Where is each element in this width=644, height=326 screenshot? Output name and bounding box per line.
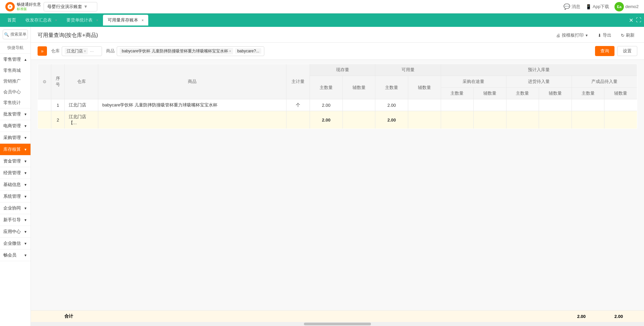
query-button[interactable]: 查询 (595, 46, 614, 56)
th-product: 商品 (98, 64, 286, 99)
th-available-aux: 辅数量 (408, 76, 441, 99)
row2-no-value: 2 (57, 118, 59, 123)
th-production-pending-label: 产成品待入量 (591, 79, 618, 84)
sidebar-group-wholesale-header[interactable]: 批发管理 ▼ (0, 108, 31, 120)
row2-current-aux (342, 111, 375, 129)
sidebar-group-finance: 资金管理 ▼ (0, 155, 31, 167)
th-no: 序号 (51, 64, 65, 99)
th-settings[interactable]: ⚙ (38, 64, 51, 99)
warehouse-filter-input[interactable]: 江北门店 × ··· (62, 46, 102, 56)
th-inbound-aux-label: 辅数量 (549, 91, 562, 96)
sidebar-group-wechat-header[interactable]: 企业微信 ▼ (0, 238, 31, 249)
sidebar-group-app-center-header[interactable]: 应用中心 ▼ (0, 226, 31, 237)
tab-receive-summary-close[interactable]: × (55, 18, 57, 22)
scroll-thumb[interactable] (304, 323, 371, 325)
sidebar-group-new-guide: 新手引导 ▼ (0, 214, 31, 226)
sidebar-item-member-center[interactable]: 会员中心 (0, 87, 31, 97)
th-available-main-label: 主数量 (385, 85, 398, 90)
footer-current-main: 2.00 (563, 313, 600, 319)
print-template-button[interactable]: 🖨 按模板打印 ▼ (553, 31, 591, 40)
export-button[interactable]: ⬇ 导出 (595, 31, 614, 40)
settings-button[interactable]: 设置 (617, 46, 637, 56)
purchase-label: 采购管理 (3, 135, 21, 141)
sidebar-group-basic-info-header[interactable]: 基础信息 ▼ (0, 179, 31, 190)
logo-area[interactable]: 畅捷通好生意 标准版 (5, 2, 41, 11)
th-unit: 主计量 (286, 64, 310, 99)
expand-icon: » (41, 48, 44, 54)
footer-label-cell: 合计 (64, 313, 98, 319)
warehouse-more-dots[interactable]: ··· (90, 49, 94, 54)
quick-nav-label: 快捷导航 (7, 45, 23, 50)
sidebar-item-quick-nav[interactable]: 快捷导航 (0, 42, 31, 54)
product-tag-1-close[interactable]: × (229, 49, 231, 53)
sidebar-group-finance-header[interactable]: 资金管理 ▼ (0, 155, 31, 167)
table-footer: 合计 2.00 2.00 (31, 310, 644, 322)
row1-product: babycare学饮杯 儿童防摔防撞吸管杯重力球吸嘴杯宝宝水杯 (98, 99, 286, 111)
sidebar-group-vip: 畅会员 ▼ (0, 249, 31, 261)
refresh-icon: ↻ (621, 33, 625, 38)
wechat-label: 企业微信 (3, 240, 21, 246)
footer-table: 合计 2.00 2.00 (38, 313, 637, 319)
sidebar-group-vip-header[interactable]: 畅会员 ▼ (0, 249, 31, 261)
nav-close-btn[interactable]: ✕ (629, 17, 633, 24)
avatar: Ea (614, 2, 624, 11)
th-inbound-main-label: 主数量 (516, 91, 529, 96)
sidebar-group-new-guide-header[interactable]: 新手引导 ▼ (0, 214, 31, 226)
app-download-button[interactable]: 📱 App下载 (586, 4, 609, 10)
search-menu-button[interactable]: 🔍 搜索菜单 (3, 30, 28, 39)
sidebar-item-marketing[interactable]: 营销推广 (0, 76, 31, 87)
tenant-selector[interactable]: 母婴行业演示账套 ▼ (44, 2, 97, 11)
sidebar-group-inventory-header[interactable]: 库存核算 ▼ (0, 144, 31, 155)
user-area[interactable]: Ea demo2 (614, 2, 639, 11)
warehouse-tag-close[interactable]: × (84, 49, 86, 53)
sidebar-group-wechat: 企业微信 ▼ (0, 238, 31, 249)
sidebar-group-ecommerce-header[interactable]: 电商管理 ▼ (0, 120, 31, 132)
page-header: 可用量查询(按仓库+商品) 🖨 按模板打印 ▼ ⬇ 导出 ↻ 刷新 (31, 27, 644, 43)
nav-end-buttons: ✕ ⛶ (629, 17, 641, 24)
tab-order-summary[interactable]: 要货单统计表 × (62, 15, 103, 26)
sidebar-group-operations-header[interactable]: 经营管理 ▼ (0, 167, 31, 179)
sidebar-group-purchase-header[interactable]: 采购管理 ▼ (0, 132, 31, 143)
filter-expand-button[interactable]: » (38, 46, 47, 56)
search-menu-label: 搜索菜单 (10, 32, 26, 37)
export-label: 导出 (603, 32, 611, 38)
th-available-aux-label: 辅数量 (418, 85, 431, 90)
basic-info-chevron-icon: ▼ (24, 183, 27, 187)
row1-warehouse: 江北门店 (65, 99, 98, 111)
tab-available-stock[interactable]: 可用量库存账本 × (103, 15, 148, 26)
row2-available-main: 2.00 (375, 111, 408, 129)
user-name: demo2 (625, 4, 639, 9)
marketing-label: 营销推广 (3, 79, 21, 84)
sidebar-item-retail-mall[interactable]: 零售商城 (0, 65, 31, 76)
message-button[interactable]: 💬 消息 (564, 3, 580, 10)
row2-current-main: 2.00 (310, 111, 343, 129)
th-forecast-label: 预计入库量 (528, 67, 550, 72)
tab-order-summary-close[interactable]: × (96, 18, 98, 22)
app-center-chevron-icon: ▼ (24, 230, 27, 234)
app-center-label: 应用中心 (3, 229, 21, 235)
sidebar-group-retail-header[interactable]: 零售管理 ▲ (0, 54, 31, 65)
sidebar-group-enterprise-header[interactable]: 企业协同 ▼ (0, 202, 31, 214)
row2-settings (38, 111, 51, 129)
page-actions: 🖨 按模板打印 ▼ ⬇ 导出 ↻ 刷新 (553, 31, 637, 40)
sidebar-group-system-header[interactable]: 系统管理 ▼ (0, 191, 31, 202)
retail-chevron-icon: ▲ (24, 58, 27, 61)
row2-inbound-main (506, 111, 539, 129)
app-icon: 📱 (586, 4, 591, 9)
tab-receive-summary[interactable]: 收发存汇总表 × (21, 15, 62, 26)
sidebar-item-retail-stats[interactable]: 零售统计 (0, 97, 31, 108)
tab-available-stock-close[interactable]: × (142, 18, 144, 22)
nav-expand-btn[interactable]: ⛶ (636, 17, 641, 24)
product-filter-input[interactable]: babycare学饮杯 儿童防摔防撞吸管杯重力球吸嘴杯宝宝水杯 × babyca… (117, 46, 264, 56)
tab-order-summary-label: 要货单统计表 (66, 17, 93, 23)
scroll-bar-area (31, 322, 644, 326)
table-settings-icon[interactable]: ⚙ (43, 79, 47, 84)
row1-current-aux (342, 99, 375, 111)
sidebar-group-system: 系统管理 ▼ (0, 191, 31, 202)
tab-home[interactable]: 首页 (3, 15, 21, 26)
refresh-button[interactable]: ↻ 刷新 (618, 31, 637, 40)
sidebar-group-wholesale: 批发管理 ▼ (0, 108, 31, 120)
footer-product-cell (98, 313, 539, 319)
footer-unit-cell (539, 313, 563, 319)
th-current-aux: 辅数量 (342, 76, 375, 99)
